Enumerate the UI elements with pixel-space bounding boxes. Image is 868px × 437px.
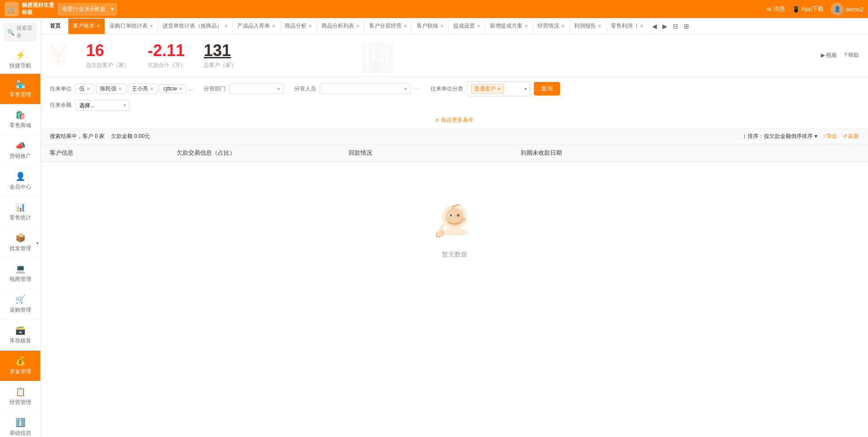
tab-fullscreen[interactable]: ⊞: [682, 22, 691, 31]
close-tab-new-promotion[interactable]: ✕: [524, 24, 528, 28]
svg-point-5: [457, 214, 460, 217]
user-menu[interactable]: 👤 demo2: [831, 3, 863, 15]
tab-promotion-settings[interactable]: 提成设置 ✕: [449, 19, 485, 34]
retail-stats-icon: 📊: [15, 202, 25, 212]
retail-mgmt-icon: 🏪: [15, 79, 25, 89]
export-btn[interactable]: ↑ 导出: [823, 133, 837, 140]
basic-info-icon: ℹ️: [15, 418, 25, 428]
balance-filter-label: 往来余额: [50, 101, 72, 109]
sidebar-item-retail-stats[interactable]: 📊 零售统计: [0, 197, 40, 228]
messages-btn[interactable]: ✉ 消息: [767, 5, 785, 13]
video-help-btn[interactable]: ▶ 视频: [821, 52, 837, 59]
close-tab-business-status[interactable]: ✕: [561, 24, 565, 28]
sidebar-search-input[interactable]: 🔍 搜索菜单: [4, 23, 37, 42]
sidebar-item-wholesale-mgmt[interactable]: 📦 批发管理: [0, 228, 40, 258]
person-more-btn[interactable]: ···: [414, 85, 420, 93]
close-tab-inventory[interactable]: ✕: [224, 24, 228, 28]
logo-area: 🛒 畅捷通好生意 标版: [5, 2, 54, 16]
collapse-filter-btn[interactable]: ∧ 收起更多条件: [50, 116, 859, 124]
logo-icon: 🛒: [5, 2, 19, 16]
close-tab-accounts-receivable[interactable]: ✕: [96, 24, 100, 28]
sidebar-item-marketing[interactable]: 📣 营销推广: [0, 135, 40, 166]
tab-purchase-order-stats[interactable]: 采购订单统计表 ✕: [105, 19, 158, 34]
refresh-icon: ↺: [843, 133, 847, 139]
avatar: 👤: [831, 3, 844, 15]
help-btn[interactable]: ? 帮助: [844, 52, 859, 59]
tab-profit-report[interactable]: 利润报告 ✕: [570, 19, 606, 34]
close-tab-promotion-settings[interactable]: ✕: [477, 24, 480, 28]
sidebar-item-operations-mgmt[interactable]: 📋 经营管理: [0, 381, 40, 412]
svg-point-4: [450, 214, 452, 217]
sort-select[interactable]: ↕ 排序：按欠款金额倒序排序 ▾: [743, 133, 817, 140]
tab-new-promotion[interactable]: 新增提成方案 ✕: [485, 19, 533, 34]
balance-select-wrapper: 选择...: [75, 100, 129, 111]
account-selector[interactable]: 母婴行业演示帐套: [58, 3, 117, 15]
close-tab-profit-report[interactable]: ✕: [598, 24, 601, 28]
tab-business-status[interactable]: 经营情况 ✕: [533, 19, 570, 34]
tab-accounts-receivable[interactable]: 客户账本 ✕: [68, 19, 105, 34]
remove-tag-wu[interactable]: ✕: [86, 86, 90, 91]
close-tab-retail-profit[interactable]: ✕: [640, 24, 643, 28]
sidebar-item-purchase-mgmt[interactable]: 🛒 采购管理: [0, 289, 40, 320]
stats-strip: ¥ 16 总欠款客户（家） ✦ -2.11 欠款合计（万） 🏢 131 总客户（…: [41, 34, 868, 77]
table-header: 客户信息 欠款交易信息（占比） 回款情况 到期未收款日期: [41, 144, 868, 162]
close-tab-product-analysis[interactable]: ✕: [308, 24, 312, 28]
sort-icon: ↕: [743, 133, 746, 139]
top-right-actions: ✉ 消息 📱 App下载 👤 demo2: [767, 3, 863, 15]
balance-select[interactable]: 选择...: [75, 100, 129, 111]
close-tab-purchase[interactable]: ✕: [149, 24, 153, 28]
empty-state: 暂无数据: [41, 162, 868, 295]
close-tab-production[interactable]: ✕: [272, 24, 275, 28]
app-download-btn[interactable]: 📱 App下载: [792, 5, 824, 13]
person-select[interactable]: [320, 83, 410, 94]
unit-tags: 伍 ✕ 陈民强 ✕ 王小亮 ✕ cjttcw ✕: [75, 84, 193, 94]
unit-category-arrow: ▾: [525, 86, 527, 91]
sidebar-search-area: 🔍 搜索菜单: [0, 18, 40, 47]
tab-customer-layer[interactable]: 客户分层经营 ✕: [364, 19, 412, 34]
tab-product-analysis[interactable]: 商品分析 ✕: [280, 19, 317, 34]
unit-filter-label: 往来单位: [50, 85, 72, 93]
tab-scroll-left[interactable]: ◀: [650, 22, 659, 31]
tab-home[interactable]: 首页: [43, 19, 68, 34]
retail-mall-icon: 🛍️: [15, 110, 25, 120]
tab-expand[interactable]: ⊟: [671, 22, 680, 31]
remove-tag-wang[interactable]: ✕: [150, 86, 153, 91]
sidebar-item-member-center[interactable]: 👤 会员中心: [0, 166, 40, 197]
tab-product-analysis-list[interactable]: 商品分析列表 ✕: [317, 19, 364, 34]
logo-text: 畅捷通好生意 标版: [22, 2, 54, 16]
sidebar-item-basic-info[interactable]: ℹ️ 基础信息: [0, 412, 40, 437]
close-tab-product-analysis-list[interactable]: ✕: [356, 24, 360, 28]
sidebar-item-quick-nav[interactable]: ⚡ 快捷导航: [0, 47, 40, 74]
dept-select[interactable]: [229, 83, 283, 94]
download-icon: 📱: [792, 6, 800, 13]
tab-customer-contact[interactable]: 客户联络 ✕: [412, 19, 449, 34]
more-tags-btn[interactable]: ...: [188, 86, 193, 92]
sidebar-item-ecommerce[interactable]: 💻 电商管理: [0, 258, 40, 289]
remove-tag-cjttcw[interactable]: ✕: [179, 86, 182, 91]
close-tab-customer-layer[interactable]: ✕: [403, 24, 407, 28]
sidebar-item-finance-mgmt[interactable]: 💰 资金管理: [0, 351, 40, 381]
sidebar-item-inventory-check[interactable]: 🗃️ 库存核算: [0, 320, 40, 351]
table-header-repayment: 回款情况: [349, 149, 521, 157]
filter-row-2: 往来余额 选择...: [50, 100, 859, 111]
refresh-btn[interactable]: ↺ 刷新: [843, 133, 859, 140]
tab-scroll-right[interactable]: ▶: [661, 22, 669, 31]
tab-scroll-controls: ◀ ▶ ⊟ ⊞: [650, 22, 691, 31]
tab-production-entry[interactable]: 产成品入库单 ✕: [233, 19, 280, 34]
results-summary: 搜索结果中，客户 0 家 欠款金额 0.00元: [50, 133, 150, 140]
results-bar: 搜索结果中，客户 0 家 欠款金额 0.00元 ↕ 排序：按欠款金额倒序排序 ▾…: [41, 129, 868, 144]
tab-retail-profit[interactable]: 零售利润（ ✕: [606, 19, 648, 34]
tab-inventory-stats[interactable]: 进货单统计表（按商品） ✕: [158, 19, 233, 34]
remove-tag-chen[interactable]: ✕: [118, 86, 122, 91]
remove-unit-category-tag[interactable]: ✕: [497, 86, 501, 91]
sidebar-item-retail-mgmt[interactable]: 🏪 零售管理: [0, 74, 40, 104]
query-button[interactable]: 查询: [534, 82, 560, 95]
close-tab-customer-contact[interactable]: ✕: [440, 24, 444, 28]
person-select-wrapper: [320, 83, 410, 94]
inventory-icon: 🗃️: [15, 325, 25, 335]
unit-category-wrapper: 普通客户 ✕ ▾: [467, 81, 530, 96]
purchase-icon: 🛒: [15, 294, 25, 304]
collapse-filter-area: ∧ 收起更多条件: [50, 114, 859, 124]
sidebar-item-retail-mall[interactable]: 🛍️ 零售商城: [0, 104, 40, 135]
sidebar: 🔍 搜索菜单 ⚡ 快捷导航 🏪 零售管理 🛍️ 零售商城 📣 营销推广: [0, 18, 41, 437]
